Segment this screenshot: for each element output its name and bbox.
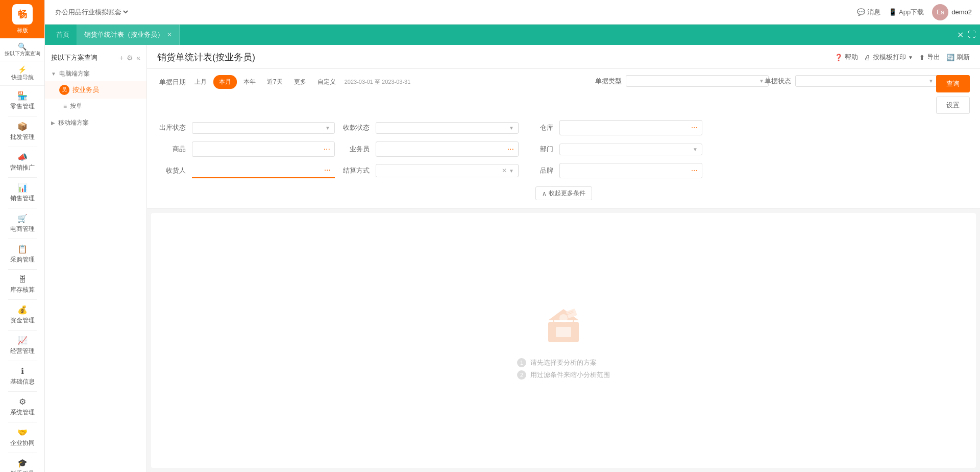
out-status-select[interactable]: ▼	[192, 122, 335, 134]
lp-mobile-section-header[interactable]: ▶ 移动端方案	[45, 115, 146, 130]
print-button[interactable]: 🖨 按模板打印 ▼	[864, 53, 913, 62]
left-panel: 按以下方案查询 + ⚙ « ▼ 电脑端方案 员 按业务员 ≡ 按	[45, 45, 147, 472]
doc-status-arrow-icon: ▼	[928, 78, 934, 84]
action-buttons: 查询 设置	[936, 75, 970, 114]
sidebar-item-icon-8: 📈	[17, 336, 28, 345]
date-btn-this-month[interactable]: 本月	[213, 75, 237, 89]
right-panel: 销货单统计表(按业务员) ❓ 帮助 🖨 按模板打印 ▼ ⬆	[147, 45, 980, 472]
warehouse-input[interactable]: ···	[559, 120, 702, 135]
lp-collapse-icon[interactable]: «	[136, 54, 140, 62]
salesperson-dots-icon[interactable]: ···	[507, 145, 514, 154]
sidebar-item-icon-10: ⚙	[19, 397, 26, 407]
sidebar-item-icon-4: 🛒	[17, 214, 28, 223]
refresh-button[interactable]: 🔄 刷新	[946, 53, 970, 62]
sidebar-item-icon-12: 🎓	[17, 458, 28, 468]
query-button[interactable]: 查询	[936, 75, 970, 92]
sidebar-search-item[interactable]: 🔍 按以下方案查询	[0, 38, 44, 61]
logo-icon: 畅	[12, 4, 33, 25]
settings-button[interactable]: 设置	[936, 97, 970, 114]
sidebar-item-8[interactable]: 📈经营管理	[8, 331, 37, 361]
tabbar-buttons: ✕ ⛶	[957, 30, 976, 40]
payment-status-arrow-icon: ▼	[509, 125, 514, 131]
lp-pc-section-header[interactable]: ▼ 电脑端方案	[45, 66, 146, 81]
tab-home[interactable]: 首页	[49, 25, 77, 45]
payment-status-label: 收款状态	[341, 123, 370, 132]
workspace-select[interactable]: 办公用品行业模拟账套	[53, 8, 130, 16]
sidebar-item-10[interactable]: ⚙系统管理	[8, 392, 37, 422]
salesperson-label: 业务员	[341, 145, 370, 154]
doc-status-select[interactable]: ▼	[795, 75, 938, 87]
settlement-select[interactable]: ✕ ▼	[376, 164, 519, 177]
message-button[interactable]: 💬 消息	[857, 8, 880, 17]
user-menu-button[interactable]: Ea demo2	[932, 4, 972, 20]
date-filter: 上月 本月 本年 近7天 更多 自定义 2023-03-01 至 2023-03…	[190, 75, 410, 89]
lp-item-order[interactable]: ≡ 按单	[45, 99, 146, 113]
svg-rect-2	[556, 327, 571, 337]
lp-add-icon[interactable]: +	[119, 54, 124, 62]
sidebar-item-6[interactable]: 🗄库存核算	[8, 270, 37, 300]
help-icon: ❓	[835, 54, 843, 61]
sidebar-item-icon-1: 📦	[17, 122, 28, 131]
sidebar: 畅 标版 🔍 按以下方案查询 ⚡ 快捷导航 🏪零售管理📦批发管理📣营销推广📊销售…	[0, 0, 45, 472]
settlement-label: 结算方式	[341, 166, 370, 175]
sidebar-item-2[interactable]: 📣营销推广	[8, 147, 37, 178]
sidebar-item-0[interactable]: 🏪零售管理	[8, 86, 37, 116]
topbar-actions: 💬 消息 📱 App下载 Ea demo2	[857, 4, 972, 20]
app-download-icon: 📱	[889, 8, 897, 16]
sidebar-item-3[interactable]: 📊销售管理	[8, 178, 37, 208]
doc-type-select[interactable]: ▼	[626, 75, 769, 87]
goods-input[interactable]: ···	[192, 141, 335, 157]
date-btn-custom[interactable]: 自定义	[313, 75, 340, 89]
consignee-input[interactable]: ···	[192, 163, 335, 178]
sidebar-quicknav-item[interactable]: ⚡ 快捷导航	[0, 61, 44, 86]
sidebar-item-7[interactable]: 💰资金管理	[8, 300, 37, 331]
lp-item-salesperson-icon: 员	[59, 85, 69, 95]
tab-expand-icon[interactable]: ⛶	[968, 30, 976, 39]
lp-mobile-arrow-icon: ▶	[51, 120, 55, 126]
tabbar: 首页 销货单统计表（按业务员） ✕ ✕ ⛶	[45, 25, 980, 45]
lp-mobile-section: ▶ 移动端方案	[45, 114, 146, 131]
salesperson-input[interactable]: ···	[376, 141, 519, 157]
sidebar-logo[interactable]: 畅 标版	[0, 0, 44, 38]
sidebar-item-4[interactable]: 🛒电商管理	[8, 208, 37, 239]
lp-item-salesperson[interactable]: 员 按业务员	[45, 81, 146, 99]
date-range-display: 2023-03-01 至 2023-03-31	[345, 78, 411, 86]
dept-arrow-icon: ▼	[693, 147, 698, 152]
sidebar-item-icon-5: 📋	[17, 244, 28, 254]
out-status-arrow-icon: ▼	[325, 125, 330, 131]
date-btn-more[interactable]: 更多	[289, 75, 311, 89]
empty-step-1: 1 请先选择要分析的方案	[517, 358, 610, 367]
print-dropdown-icon: ▼	[908, 55, 913, 60]
tab-sales-stats[interactable]: 销货单统计表（按业务员） ✕	[77, 25, 180, 45]
date-btn-7days[interactable]: 近7天	[262, 75, 287, 89]
user-avatar: Ea	[932, 4, 948, 20]
dept-label: 部门	[525, 145, 553, 154]
consignee-dots-icon[interactable]: ···	[324, 166, 331, 175]
date-btn-last-month[interactable]: 上月	[190, 75, 211, 89]
sidebar-item-icon-0: 🏪	[17, 91, 28, 101]
collapse-button[interactable]: ∧ 收起更多条件	[535, 186, 592, 200]
warehouse-dots-icon[interactable]: ···	[691, 123, 698, 132]
tab-close-window-icon[interactable]: ✕	[957, 30, 964, 40]
lp-settings-icon[interactable]: ⚙	[127, 54, 133, 62]
payment-status-select[interactable]: ▼	[376, 122, 519, 134]
sidebar-item-12[interactable]: 🎓新手引导	[8, 453, 37, 472]
tab-close-icon[interactable]: ✕	[167, 31, 172, 38]
date-label: 单据日期	[157, 78, 186, 87]
sidebar-item-1[interactable]: 📦批发管理	[8, 116, 37, 147]
brand-dots-icon[interactable]: ···	[691, 166, 698, 175]
page-header: 销货单统计表(按业务员) ❓ 帮助 🖨 按模板打印 ▼ ⬆	[147, 45, 980, 69]
sidebar-item-9[interactable]: ℹ基础信息	[8, 361, 37, 392]
sidebar-item-icon-6: 🗄	[18, 275, 27, 284]
help-button[interactable]: ❓ 帮助	[835, 53, 858, 62]
sidebar-item-5[interactable]: 📋采购管理	[8, 239, 37, 270]
settlement-clear-icon[interactable]: ✕	[502, 167, 507, 174]
brand-input[interactable]: ···	[559, 163, 702, 178]
settlement-arrow-icon: ▼	[509, 168, 514, 174]
app-download-button[interactable]: 📱 App下载	[889, 8, 924, 17]
date-btn-this-year[interactable]: 本年	[239, 75, 260, 89]
dept-select[interactable]: ▼	[559, 144, 702, 155]
sidebar-item-11[interactable]: 🤝企业协同	[8, 422, 37, 453]
goods-dots-icon[interactable]: ···	[324, 145, 330, 154]
export-button[interactable]: ⬆ 导出	[919, 53, 940, 62]
